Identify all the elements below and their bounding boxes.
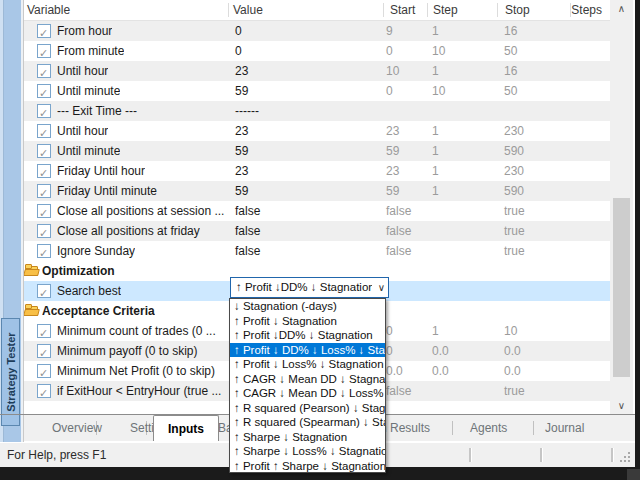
- table-row[interactable]: ✓ Ignore Sunday false false true: [24, 241, 610, 261]
- row-value[interactable]: 59: [235, 181, 248, 201]
- table-row[interactable]: ✓ From minute 0 0 10 50: [24, 41, 610, 61]
- dropdown-item[interactable]: ↑ Profit ↓DD% ↓ Stagnation: [230, 328, 385, 343]
- row-stop[interactable]: 0.0: [504, 361, 521, 381]
- vertical-scrollbar[interactable]: ∧ ∨: [610, 0, 633, 415]
- row-value[interactable]: false: [235, 201, 260, 221]
- table-row[interactable]: ✓ Friday Until minute 59 59 1 590: [24, 181, 610, 201]
- row-checkbox[interactable]: ✓: [37, 64, 51, 78]
- dropdown-item[interactable]: ↓ Stagnation (-days): [230, 299, 385, 314]
- row-stop[interactable]: 10: [504, 321, 517, 341]
- row-value[interactable]: 0: [235, 41, 242, 61]
- row-stop[interactable]: 230: [504, 161, 524, 181]
- row-checkbox[interactable]: ✓: [37, 144, 51, 158]
- column-header-value[interactable]: Value: [233, 0, 263, 20]
- column-header-start[interactable]: Start: [390, 0, 415, 20]
- row-step[interactable]: 1: [432, 61, 439, 81]
- search-best-combobox[interactable]: ↑ Profit ↓DD% ↓ Stagnation ∨: [230, 277, 389, 298]
- table-row[interactable]: ✓ Until hour 23 10 1 16: [24, 61, 610, 81]
- row-checkbox[interactable]: ✓: [37, 204, 51, 218]
- table-row[interactable]: ✓ Close all positions at friday false fa…: [24, 221, 610, 241]
- dropdown-item[interactable]: ↑ Profit ↓ Loss% ↓ Stagnation: [230, 357, 385, 372]
- row-checkbox[interactable]: ✓: [37, 244, 51, 258]
- table-row[interactable]: ✓ Close all positions at session ... fal…: [24, 201, 610, 221]
- column-header-step[interactable]: Step: [433, 0, 458, 20]
- row-stop[interactable]: true: [504, 201, 525, 221]
- table-row[interactable]: ✓ Until hour 23 23 1 230: [24, 121, 610, 141]
- row-checkbox[interactable]: ✓: [37, 44, 51, 58]
- row-start[interactable]: 0: [386, 341, 393, 361]
- row-start[interactable]: 9: [386, 21, 393, 41]
- row-value[interactable]: ------: [235, 101, 259, 121]
- row-value[interactable]: 59: [235, 141, 248, 161]
- row-checkbox[interactable]: ✓: [37, 24, 51, 38]
- column-header-stop[interactable]: Stop: [505, 0, 530, 20]
- row-start[interactable]: false: [386, 241, 411, 261]
- dropdown-item[interactable]: ↑ R squared (Pearson) ↓ Stagnation: [230, 401, 385, 416]
- row-stop[interactable]: 590: [504, 181, 524, 201]
- table-row[interactable]: ✓ Friday Until hour 23 23 1 230: [24, 161, 610, 181]
- row-value[interactable]: 23: [235, 121, 248, 141]
- table-row[interactable]: ✓ From hour 0 9 1 16: [24, 21, 610, 41]
- row-stop[interactable]: 590: [504, 141, 524, 161]
- row-start[interactable]: 59: [386, 141, 399, 161]
- row-step[interactable]: 1: [432, 321, 439, 341]
- row-start[interactable]: 0: [386, 81, 393, 101]
- row-checkbox[interactable]: ✓: [37, 364, 51, 378]
- row-value[interactable]: false: [235, 241, 260, 261]
- row-stop[interactable]: true: [504, 241, 525, 261]
- tab-journal[interactable]: Journal: [545, 415, 584, 441]
- row-start[interactable]: 10: [386, 61, 399, 81]
- row-step[interactable]: 0.0: [432, 361, 449, 381]
- row-stop[interactable]: true: [504, 221, 525, 241]
- dropdown-item[interactable]: ↑ Sharpe ↓ Loss% ↓ Stagnation: [230, 444, 385, 459]
- dropdown-item[interactable]: ↑ Sharpe ↓ Stagnation: [230, 430, 385, 445]
- row-checkbox[interactable]: ✓: [37, 224, 51, 238]
- row-value[interactable]: 0: [235, 21, 242, 41]
- row-value[interactable]: 23: [235, 61, 248, 81]
- row-start[interactable]: 23: [386, 161, 399, 181]
- tab-inputs[interactable]: Inputs: [153, 415, 219, 441]
- table-row[interactable]: ✓ Until minute 59 59 1 590: [24, 141, 610, 161]
- row-stop[interactable]: 16: [504, 61, 517, 81]
- dropdown-item[interactable]: ↑ Profit ↓ Stagnation: [230, 314, 385, 329]
- row-start[interactable]: 23: [386, 121, 399, 141]
- row-start[interactable]: false: [386, 201, 411, 221]
- row-step[interactable]: 1: [432, 181, 439, 201]
- scrollbar-thumb[interactable]: [613, 198, 630, 377]
- resize-grip[interactable]: [620, 452, 631, 463]
- row-value[interactable]: 59: [235, 81, 248, 101]
- row-start[interactable]: 0.0: [386, 361, 403, 381]
- row-step[interactable]: 1: [432, 161, 439, 181]
- dropdown-item[interactable]: ↑ Profit ↓ DD% ↓ Loss% ↓ Stagnation: [230, 343, 385, 358]
- row-step[interactable]: 1: [432, 141, 439, 161]
- row-step[interactable]: 0.0: [432, 341, 449, 361]
- tab-agents[interactable]: Agents: [470, 415, 507, 441]
- row-checkbox[interactable]: ✓: [37, 164, 51, 178]
- row-step[interactable]: 1: [432, 21, 439, 41]
- row-start[interactable]: false: [386, 381, 411, 401]
- row-checkbox[interactable]: ✓: [37, 84, 51, 98]
- outer-resize-corner[interactable]: [627, 469, 640, 480]
- row-start[interactable]: 59: [386, 181, 399, 201]
- row-checkbox[interactable]: ✓: [37, 384, 51, 398]
- row-step[interactable]: 10: [432, 41, 445, 61]
- strategy-tester-vertical-tab[interactable]: Strategy Tester: [1, 318, 20, 426]
- column-header-steps[interactable]: Steps: [571, 0, 602, 20]
- scroll-up-icon[interactable]: ∧: [610, 1, 633, 17]
- row-stop[interactable]: true: [504, 381, 525, 401]
- row-step[interactable]: 1: [432, 121, 439, 141]
- dropdown-item[interactable]: ↑ CAGR ↓ Mean DD ↓ Loss% ↓ Stagnation: [230, 386, 385, 401]
- tab-overview[interactable]: Overview: [52, 415, 102, 441]
- row-checkbox[interactable]: ✓: [37, 104, 51, 118]
- row-checkbox[interactable]: ✓: [37, 344, 51, 358]
- row-start[interactable]: false: [386, 221, 411, 241]
- row-stop[interactable]: 50: [504, 41, 517, 61]
- row-value[interactable]: false: [235, 221, 260, 241]
- row-start[interactable]: 0: [386, 321, 393, 341]
- row-start[interactable]: 0: [386, 41, 393, 61]
- row-checkbox[interactable]: ✓: [37, 284, 51, 298]
- dropdown-item[interactable]: ↑ Profit ↑ Sharpe ↓ Stagnation: [230, 459, 385, 474]
- table-row[interactable]: ✓ --- Exit Time --- ------: [24, 101, 610, 121]
- row-checkbox[interactable]: ✓: [37, 324, 51, 338]
- dropdown-item[interactable]: ↑ R squared (Spearman) ↓ Stagnation: [230, 415, 385, 430]
